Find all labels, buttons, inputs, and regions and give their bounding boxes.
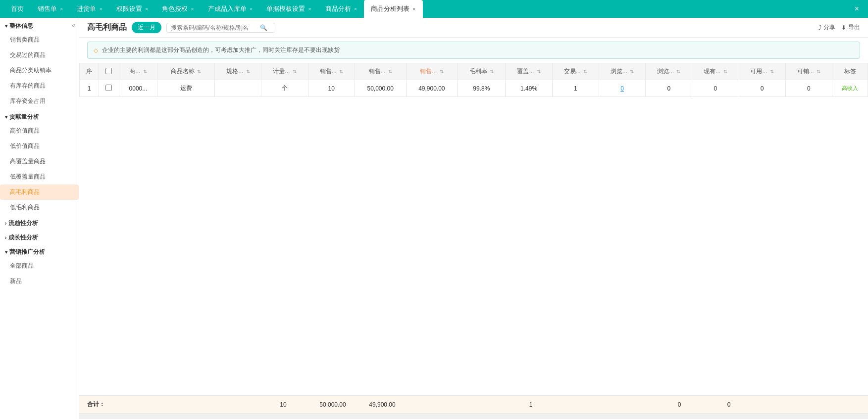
col-name[interactable]: 商品名称 ⇅	[157, 63, 215, 80]
col-sales-amount[interactable]: 销售... ⇅	[355, 63, 406, 80]
sidebar-item-sales-goods[interactable]: 销售类商品	[0, 32, 79, 47]
col-coverage[interactable]: 覆盖... ⇅	[506, 63, 552, 80]
close-all-tabs[interactable]: ×	[850, 4, 864, 13]
col-transaction[interactable]: 交易... ⇅	[552, 63, 599, 80]
cell-gross-margin: 99.8%	[458, 80, 506, 97]
sidebar-item-low-margin[interactable]: 低毛利商品	[0, 200, 79, 215]
tag-badge: 高收入	[842, 85, 858, 91]
share-button[interactable]: ⤴ 分享	[818, 23, 835, 32]
col-browse2[interactable]: 浏览... ⇅	[646, 63, 692, 80]
cell-checkbox	[99, 80, 119, 97]
search-box: 🔍	[166, 23, 275, 33]
arrow-trend-icon: ›	[5, 221, 6, 226]
sidebar-item-low-coverage[interactable]: 低覆盖量商品	[0, 169, 79, 185]
close-goods-analysis-list[interactable]: ×	[412, 6, 415, 12]
cell-coverage: 1.49%	[506, 80, 552, 97]
col-tag: 标签	[832, 63, 868, 80]
col-saleable[interactable]: 可销... ⇅	[785, 63, 832, 80]
footer-available-stock: 0	[709, 401, 749, 408]
sidebar-item-high-coverage[interactable]: 高覆盖量商品	[0, 154, 79, 169]
arrow-overall-icon: ▾	[5, 23, 7, 29]
sidebar-group-growth[interactable]: › 成长性分析	[0, 230, 79, 244]
cell-unit: 个	[261, 80, 308, 97]
arrow-marketing-icon: ▾	[5, 249, 7, 255]
col-available-stock[interactable]: 可用... ⇅	[739, 63, 785, 80]
sidebar-item-category-assist[interactable]: 商品分类助销率	[0, 63, 79, 78]
nav-home[interactable]: 首页	[4, 0, 31, 18]
select-all-checkbox[interactable]	[105, 68, 112, 74]
sidebar-group-contribution[interactable]: ▾ 贡献量分析	[0, 109, 79, 123]
sidebar-item-low-value[interactable]: 低价值商品	[0, 139, 79, 154]
header-actions: ⤴ 分享 ⬇ 导出	[818, 23, 860, 32]
sidebar-group-trend[interactable]: › 流趋性分析	[0, 215, 79, 230]
col-spec[interactable]: 规格... ⇅	[215, 63, 261, 80]
sidebar-item-all-goods[interactable]: 全部商品	[0, 258, 79, 274]
sort-available-stock-icon: ⇅	[770, 69, 774, 74]
footer-sales-qty: 10	[263, 401, 303, 408]
main-layout: « ▾ 整体信息 销售类商品 交易过的商品 商品分类助销率 有库存的商品 库存资…	[0, 18, 868, 419]
col-current-stock[interactable]: 现有... ⇅	[692, 63, 739, 80]
close-permission-settings[interactable]: ×	[145, 6, 148, 12]
content-area: 高毛利商品 近一月 🔍 ⤴ 分享 ⬇ 导出 ◇ 企业的主要的利润都是这部分商品创…	[79, 18, 868, 419]
search-icon[interactable]: 🔍	[260, 24, 267, 31]
horizontal-scrollbar[interactable]	[79, 413, 868, 419]
cell-current-stock: 0	[692, 80, 739, 97]
info-text: 企业的主要的利润都是这部分商品创造的，可考虑加大推广，同时关注库存是不要出现缺货	[102, 46, 340, 54]
nav-product-inbound[interactable]: 产成品入库单 ×	[201, 0, 259, 18]
table-container: 序 商... ⇅ 商品名称 ⇅ 规格... ⇅	[79, 63, 868, 395]
nav-template-settings[interactable]: 单据模板设置 ×	[259, 0, 318, 18]
footer-current-stock: 0	[660, 401, 699, 408]
cell-code: 0000...	[119, 80, 157, 97]
sort-transaction-icon: ⇅	[583, 69, 587, 74]
sidebar-item-high-value[interactable]: 高价值商品	[0, 123, 79, 139]
nav-sales-order[interactable]: 销售单 ×	[31, 0, 70, 18]
page-title: 高毛利商品	[87, 22, 127, 33]
search-input[interactable]	[171, 24, 260, 31]
cell-tag: 高收入	[832, 80, 868, 97]
nav-role-auth[interactable]: 角色授权 ×	[155, 0, 201, 18]
close-role-auth[interactable]: ×	[191, 6, 194, 12]
nav-purchase-order[interactable]: 进货单 ×	[70, 0, 109, 18]
nav-goods-analysis[interactable]: 商品分析 ×	[318, 0, 364, 18]
sidebar-collapse-button[interactable]: «	[71, 20, 77, 30]
table-row: 1 0000... 运费 个 10 50,000.00 49,900.00 99…	[80, 80, 868, 97]
sidebar-item-new-goods[interactable]: 新品	[0, 274, 79, 289]
browse1-link[interactable]: 0	[620, 85, 624, 92]
sort-spec-icon: ⇅	[246, 69, 250, 74]
cell-available-stock: 0	[739, 80, 785, 97]
sidebar-item-inventory-capital[interactable]: 库存资金占用	[0, 93, 79, 109]
filter-period-button[interactable]: 近一月	[132, 22, 161, 33]
sidebar: « ▾ 整体信息 销售类商品 交易过的商品 商品分类助销率 有库存的商品 库存资…	[0, 18, 79, 419]
col-browse1[interactable]: 浏览... ⇅	[599, 63, 645, 80]
cell-browse1[interactable]: 0	[599, 80, 645, 97]
sort-gross-margin-icon: ⇅	[490, 69, 494, 74]
goods-table: 序 商... ⇅ 商品名称 ⇅ 规格... ⇅	[79, 63, 868, 97]
col-code[interactable]: 商... ⇅	[119, 63, 157, 80]
col-unit[interactable]: 计量... ⇅	[261, 63, 308, 80]
nav-permission-settings[interactable]: 权限设置 ×	[109, 0, 155, 18]
close-product-inbound[interactable]: ×	[250, 6, 253, 12]
footer-totals: 合计： 10 50,000.00 49,900.00 1 0 0	[79, 395, 868, 413]
cell-spec	[215, 80, 261, 97]
col-checkbox	[99, 63, 119, 80]
sidebar-item-traded-goods[interactable]: 交易过的商品	[0, 47, 79, 63]
close-goods-analysis[interactable]: ×	[354, 6, 357, 12]
sort-code-icon: ⇅	[143, 69, 147, 74]
col-seq: 序	[80, 63, 99, 80]
export-button[interactable]: ⬇ 导出	[841, 23, 860, 32]
sort-coverage-icon: ⇅	[537, 69, 541, 74]
close-template-settings[interactable]: ×	[308, 6, 311, 12]
row-checkbox[interactable]	[105, 85, 112, 91]
sidebar-item-in-stock[interactable]: 有库存的商品	[0, 78, 79, 93]
col-gross-margin[interactable]: 毛利率 ⇅	[458, 63, 506, 80]
close-sales-order[interactable]: ×	[60, 6, 63, 12]
col-sales-qty[interactable]: 销售... ⇅	[308, 63, 355, 80]
footer-sales-amount: 50,000.00	[313, 401, 353, 408]
sidebar-item-high-margin[interactable]: 高毛利商品	[0, 185, 79, 200]
nav-goods-analysis-list[interactable]: 商品分析列表 ×	[364, 0, 422, 18]
sort-current-stock-icon: ⇅	[723, 69, 727, 74]
sidebar-group-marketing[interactable]: ▾ 营销推广分析	[0, 244, 79, 258]
sidebar-group-overall[interactable]: ▾ 整体信息	[0, 18, 79, 32]
close-purchase-order[interactable]: ×	[99, 6, 102, 12]
col-sales-profit[interactable]: 销售... ⇅	[406, 63, 458, 80]
